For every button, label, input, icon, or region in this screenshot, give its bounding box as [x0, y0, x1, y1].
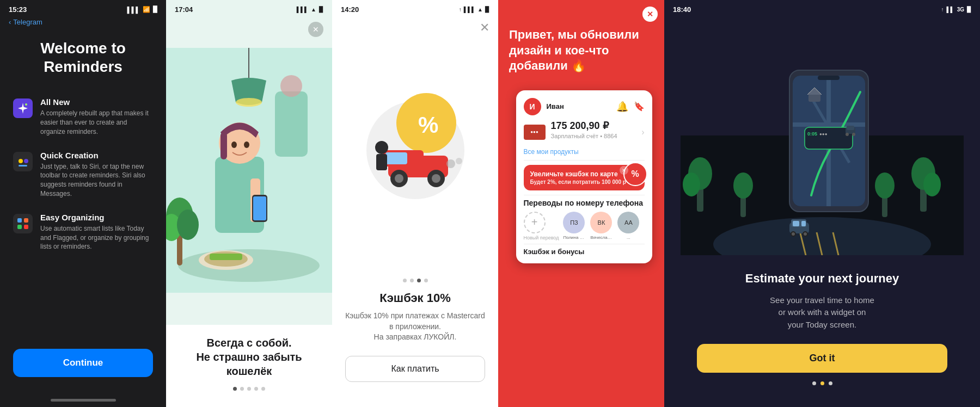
svg-point-31: [177, 209, 199, 240]
svg-rect-75: [818, 76, 840, 80]
status-bar-3: 14:20 ↑ ▌▌▌ ▲ ▉: [332, 0, 498, 16]
dot-2: [240, 387, 244, 391]
chevron-right-icon: ›: [641, 127, 644, 137]
svg-text:●●●: ●●●: [819, 132, 828, 137]
wifi-icon-3: ▲: [477, 7, 483, 13]
how-to-pay-button[interactable]: Как платить: [345, 356, 485, 382]
journey-title: Estimate your next journey: [697, 272, 947, 286]
svg-rect-67: [805, 127, 853, 149]
feature-all-new: All New A completely rebuilt app that ma…: [13, 97, 153, 136]
dot-5: [261, 387, 265, 391]
cdot-4: [424, 279, 428, 282]
svg-point-74: [852, 133, 855, 136]
svg-text:%: %: [418, 112, 438, 138]
svg-text:0:05: 0:05: [807, 131, 817, 137]
jdot-3: [829, 381, 832, 385]
time-3: 14:20: [341, 5, 359, 14]
siri-icon: [13, 152, 33, 171]
time-1: 15:23: [9, 5, 27, 14]
account-label: Зарплатный счёт • 8864: [551, 133, 617, 139]
add-transfer-btn[interactable]: + Новый перевод: [524, 212, 559, 240]
screen-wallet: 17:04 ▌▌▌ ▲ ▉ ✕: [166, 0, 332, 407]
products-link[interactable]: Все мои продукты: [524, 148, 645, 156]
svg-rect-8: [24, 218, 28, 223]
bank-user-name: Иван: [547, 102, 564, 110]
svg-point-55: [733, 172, 753, 199]
feature-all-new-desc: A completely rebuilt app that makes it e…: [40, 109, 153, 136]
status-icons-1: ▌▌▌ 📶 ▉: [127, 6, 157, 13]
card-divider-3: [524, 244, 645, 244]
svg-rect-27: [210, 254, 242, 260]
svg-point-41: [432, 174, 440, 183]
got-it-button[interactable]: Got it: [697, 344, 947, 373]
cashback-bottom: Кэшбэк 10% Кэшбэк 10% при платежах с Mas…: [332, 273, 498, 407]
contact-polina[interactable]: ПЗ Полина Зукова: [563, 212, 586, 240]
svg-rect-2: [13, 152, 33, 171]
banner-close-icon[interactable]: ✕: [620, 166, 628, 175]
back-button-1[interactable]: ‹ Telegram: [0, 16, 166, 28]
contact-viachaslau[interactable]: ВК Вячеслав Кириллов: [590, 212, 613, 240]
sparkle-icon: [13, 98, 33, 118]
svg-point-3: [19, 159, 23, 163]
svg-rect-43: [376, 154, 387, 170]
feature-quick-creation-text: Quick Creation Just type, talk to Siri, …: [40, 151, 153, 199]
transfer-title: Переводы по номеру телефона: [524, 199, 645, 207]
feature-all-new-title: All New: [40, 97, 153, 107]
feature-easy-organizing-title: Easy Organizing: [40, 213, 153, 222]
svg-point-81: [792, 232, 795, 236]
cashback-section-title: Кэшбэк и бонусы: [524, 248, 645, 256]
feature-easy-organizing: Easy Organizing Use automatic smart list…: [13, 213, 153, 251]
svg-point-42: [375, 141, 388, 154]
bank-card: И Иван 🔔 🔖 ●●● 175 200,90 ₽ Зарплатный с…: [516, 90, 652, 263]
cashback-title: Кэшбэк 10%: [345, 291, 485, 305]
svg-point-1: [25, 103, 27, 106]
cdot-1: [403, 279, 407, 282]
svg-point-60: [875, 172, 895, 199]
card-divider: [524, 160, 645, 161]
close-button-4[interactable]: ✕: [642, 7, 658, 22]
organize-icon: [13, 214, 33, 233]
battery-icon-2: ▉: [319, 7, 323, 13]
time-5: 18:40: [673, 5, 691, 14]
svg-rect-10: [24, 225, 28, 229]
cashback-illustration: %: [332, 16, 498, 273]
svg-rect-24: [253, 196, 266, 220]
svg-rect-79: [801, 221, 806, 226]
dot-1: [233, 387, 237, 391]
svg-rect-37: [385, 152, 407, 164]
feature-all-new-text: All New A completely rebuilt app that ma…: [40, 97, 153, 136]
home-indicator-1: [51, 399, 116, 402]
bell-icon: 🔔: [616, 101, 628, 113]
location-icon-5: ↑: [941, 7, 944, 13]
status-bar-2: 17:04 ▌▌▌ ▲ ▉: [166, 0, 332, 16]
feature-quick-creation: Quick Creation Just type, talk to Siri, …: [13, 151, 153, 199]
svg-point-53: [683, 172, 700, 196]
screen1-title: Welcome to Reminders: [0, 28, 166, 92]
cdot-2: [410, 279, 414, 282]
continue-button[interactable]: Continue: [13, 349, 153, 377]
svg-point-45: [456, 158, 462, 164]
feature-quick-creation-desc: Just type, talk to Siri, or tap the new …: [40, 162, 153, 199]
signal-icon-5: ▌▌: [946, 7, 954, 13]
wallet-tagline: Всегда с собой. Не страшно забыть кошелё…: [177, 336, 321, 378]
close-button-3[interactable]: ✕: [480, 21, 489, 35]
svg-rect-7: [17, 218, 22, 223]
status-icons-2: ▌▌▌ ▲ ▉: [297, 7, 323, 13]
feature-easy-organizing-text: Easy Organizing Use automatic smart list…: [40, 213, 153, 251]
time-2: 17:04: [175, 5, 193, 14]
svg-point-20: [231, 141, 237, 148]
battery-icon-5: ▉: [967, 7, 971, 13]
svg-rect-78: [793, 221, 799, 226]
wifi-icon-1: 📶: [143, 6, 150, 13]
jdot-2: [820, 381, 824, 385]
wallet-dots: [177, 387, 321, 391]
battery-icon-1: ▉: [153, 6, 157, 13]
contact-extra[interactable]: АА ...: [617, 212, 639, 240]
close-button-2[interactable]: ✕: [308, 22, 323, 37]
cashback-dots: [345, 279, 485, 282]
journey-dots: [697, 381, 947, 385]
svg-point-73: [846, 133, 849, 136]
cashback-desc: Кэшбэк 10% при платежах с Mastercard в п…: [345, 311, 485, 343]
dot-3: [247, 387, 251, 391]
svg-point-83: [804, 232, 807, 236]
